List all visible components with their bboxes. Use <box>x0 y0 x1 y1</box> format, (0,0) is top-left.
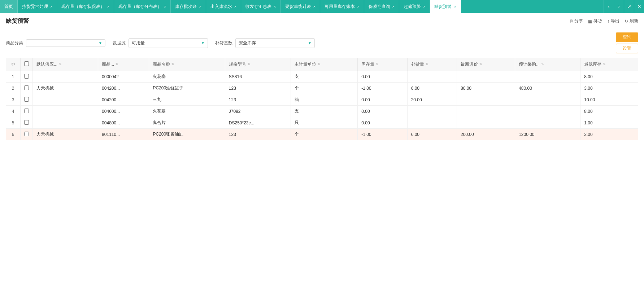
row-product-code: 004800... <box>98 117 149 129</box>
row-checkbox[interactable] <box>24 85 29 90</box>
tab-close-inventory-status[interactable]: × <box>107 4 109 9</box>
row-default-supplier <box>33 94 98 106</box>
row-latest-price: 200.00 <box>457 129 515 140</box>
settings-button[interactable]: 设置 <box>616 44 638 53</box>
category-select[interactable]: ▼ <box>26 39 105 47</box>
th-replenish-qty[interactable]: 补货量 ⇅ <box>407 58 457 71</box>
tab-available-stock[interactable]: 可用量库存账本 × <box>320 0 364 13</box>
tab-inventory-dist[interactable]: 现存量（库存分布表） × <box>114 0 171 13</box>
row-product-name: 火花塞 <box>149 71 225 83</box>
row-checkbox[interactable] <box>24 74 29 79</box>
th-product-name[interactable]: 商品名称 ⇅ <box>149 58 225 71</box>
tab-expiry-query[interactable]: 保质期查询 × <box>364 0 399 13</box>
sort-latest-price-icon: ⇅ <box>479 62 482 66</box>
page-content: 缺货预警 ⎘ 分享 ▦ 补货 ↑ 导出 ↻ 刷新 商品分类 <box>0 13 644 287</box>
row-stock: 0.00 <box>358 117 407 129</box>
tab-close-expiry-query[interactable]: × <box>392 4 395 9</box>
datasource-label: 数据源 <box>113 40 126 46</box>
th-stock[interactable]: 库存量 ⇅ <box>358 58 407 71</box>
row-product-code: 004600... <box>98 106 149 117</box>
row-checkbox-cell <box>21 94 33 106</box>
tab-order-stats[interactable]: 要货单统计表 × <box>281 0 320 13</box>
row-unit: 个 <box>291 129 358 140</box>
row-spec: DS250*23c... <box>225 117 291 129</box>
row-replenish-qty <box>407 117 457 129</box>
page-header: 缺货预警 ⎘ 分享 ▦ 补货 ↑ 导出 ↻ 刷新 <box>0 13 644 28</box>
row-checkbox[interactable] <box>24 97 29 102</box>
row-estimated-purchase: 480.00 <box>515 83 580 94</box>
row-unit: 只 <box>291 117 358 129</box>
row-unit: 支 <box>291 71 358 83</box>
row-default-supplier <box>33 117 98 129</box>
tab-overstock[interactable]: 超储预警 × <box>399 0 430 13</box>
row-product-name: 火花塞 <box>149 106 225 117</box>
tab-close-inventory-dist[interactable]: × <box>164 4 166 9</box>
table-row: 5 004800... 离合片 DS250*23c... 只 0.00 1.00 <box>6 117 638 129</box>
th-spec[interactable]: 规格型号 ⇅ <box>225 58 291 71</box>
th-latest-price[interactable]: 最新进价 ⇅ <box>457 58 515 71</box>
select-all-checkbox[interactable] <box>24 61 29 66</box>
column-settings-icon[interactable]: ⚙ <box>9 61 17 68</box>
row-default-supplier: 力天机械 <box>33 83 98 94</box>
tab-batch-account[interactable]: 库存批次账 × <box>171 0 206 13</box>
row-stock: 0.00 <box>358 94 407 106</box>
export-icon: ↑ <box>607 19 609 24</box>
table-row: 4 004600... 火花塞 J7092 支 0.00 8.00 <box>6 106 638 117</box>
row-product-code: 004200... <box>98 94 149 106</box>
tab-scroll-left[interactable]: ‹ <box>604 0 614 13</box>
sort-estimated-purchase-icon: ⇅ <box>541 62 544 66</box>
row-replenish-qty <box>407 106 457 117</box>
th-default-supplier[interactable]: 默认供应... ⇅ <box>33 58 98 71</box>
tab-home[interactable]: 首页 <box>0 0 18 13</box>
replenish-icon: ▦ <box>588 19 592 24</box>
row-min-stock: 10.00 <box>580 94 638 106</box>
tab-picking[interactable]: 拣货异常处理 × <box>18 0 57 13</box>
row-spec: SS816 <box>225 71 291 83</box>
refresh-button[interactable]: ↻ 刷新 <box>625 18 638 24</box>
row-product-code: 801110... <box>98 129 149 140</box>
row-checkbox-cell <box>21 71 33 83</box>
tab-close-collection[interactable]: × <box>274 4 276 9</box>
datasource-select-arrow: ▼ <box>201 41 205 45</box>
header-actions: ⎘ 分享 ▦ 补货 ↑ 导出 ↻ 刷新 <box>570 18 638 24</box>
tab-inventory-status[interactable]: 现存量（库存状况表） × <box>57 0 114 13</box>
th-unit[interactable]: 主计量单位 ⇅ <box>291 58 358 71</box>
replenish-button[interactable]: ▦ 补货 <box>588 18 602 24</box>
row-num: 1 <box>6 71 21 83</box>
query-button[interactable]: 查询 <box>616 32 638 42</box>
row-unit: 支 <box>291 106 358 117</box>
row-estimated-purchase <box>515 71 580 83</box>
replenish-base-filter-group: 补货基数 安全库存 ▼ <box>215 38 315 48</box>
share-button[interactable]: ⎘ 分享 <box>570 18 583 24</box>
tab-inout-flow[interactable]: 出入库流水 × <box>206 0 241 13</box>
tab-close-inout-flow[interactable]: × <box>234 4 236 9</box>
tab-maximize[interactable]: ⤢ <box>624 0 634 13</box>
row-checkbox-cell <box>21 83 33 94</box>
tab-close-shortage[interactable]: × <box>454 4 456 9</box>
row-checkbox[interactable] <box>24 109 29 113</box>
tab-collection[interactable]: 收发存汇总表 × <box>241 0 280 13</box>
tab-close-picking[interactable]: × <box>50 4 52 9</box>
tab-close-order-stats[interactable]: × <box>313 4 316 9</box>
row-checkbox[interactable] <box>24 132 29 136</box>
tab-shortage[interactable]: 缺货预警 × <box>430 0 461 13</box>
th-estimated-purchase[interactable]: 预计采购... ⇅ <box>515 58 580 71</box>
datasource-select[interactable]: 可用量 ▼ <box>129 38 208 48</box>
row-product-code: 0000042 <box>98 71 149 83</box>
row-checkbox[interactable] <box>24 120 29 125</box>
tab-close-window[interactable]: ✕ <box>634 0 644 13</box>
row-min-stock: 8.00 <box>580 106 638 117</box>
tab-close-available-stock[interactable]: × <box>357 4 359 9</box>
tab-close-overstock[interactable]: × <box>423 4 425 9</box>
tab-close-batch-account[interactable]: × <box>199 4 201 9</box>
tab-scroll-right[interactable]: › <box>614 0 624 13</box>
th-min-stock[interactable]: 最低库存 ⇅ <box>580 58 638 71</box>
th-product-code[interactable]: 商品... ⇅ <box>98 58 149 71</box>
row-num: 6 <box>6 129 21 140</box>
row-num: 5 <box>6 117 21 129</box>
replenish-base-select[interactable]: 安全库存 ▼ <box>235 38 315 48</box>
row-spec: J7092 <box>225 106 291 117</box>
export-button[interactable]: ↑ 导出 <box>607 18 619 24</box>
th-gear: ⚙ <box>6 58 21 71</box>
sort-default-supplier-icon: ⇅ <box>59 62 62 66</box>
